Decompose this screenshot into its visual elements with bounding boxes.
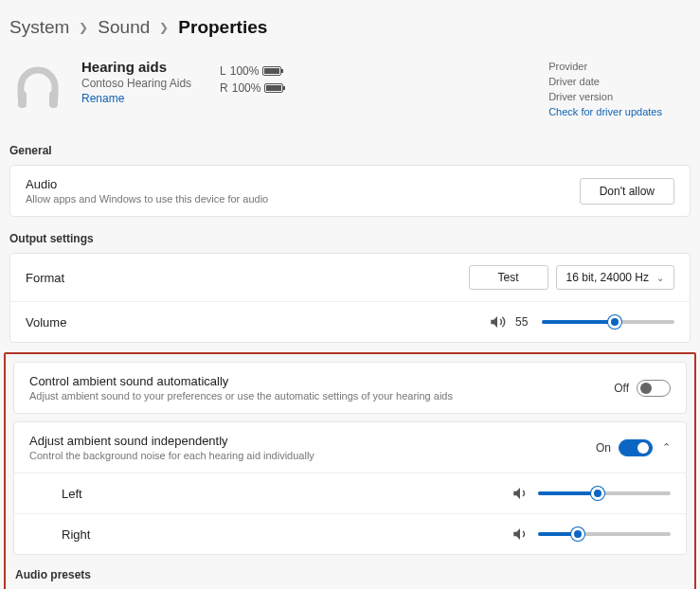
svg-rect-0	[18, 91, 27, 108]
breadcrumb-sound[interactable]: Sound	[98, 17, 150, 38]
ambient-auto-state: Off	[614, 382, 629, 395]
dont-allow-button[interactable]: Don't allow	[580, 178, 674, 205]
highlighted-region: Control ambient sound automatically Adju…	[4, 352, 696, 589]
section-general: General	[0, 138, 700, 165]
svg-rect-1	[49, 91, 58, 108]
breadcrumb-properties: Properties	[178, 17, 267, 38]
ambient-ind-sub: Control the background noise for each he…	[29, 450, 596, 461]
battery-left-pct: 100%	[230, 62, 260, 80]
battery-right-label: R	[220, 80, 228, 97]
battery-icon	[264, 83, 283, 93]
speaker-icon	[512, 526, 529, 543]
ambient-auto-sub: Adjust ambient sound to your preferences…	[29, 390, 614, 402]
audio-title: Audio	[26, 177, 580, 191]
battery-right-pct: 100%	[232, 80, 261, 97]
chevron-right-icon: ❯	[159, 21, 169, 34]
device-header: Hearing aids Contoso Hearing Aids Rename…	[0, 55, 700, 138]
driver-date: Driver date	[548, 74, 662, 89]
test-button[interactable]: Test	[469, 265, 548, 290]
volume-slider[interactable]	[542, 320, 674, 324]
device-subtitle: Contoso Hearing Aids	[81, 77, 191, 90]
driver-version: Driver version	[548, 89, 662, 104]
speaker-icon	[512, 485, 529, 502]
ambient-left-label: Left	[62, 487, 512, 501]
speaker-icon[interactable]	[489, 313, 506, 330]
volume-value: 55	[515, 315, 532, 329]
format-value: 16 bit, 24000 Hz	[566, 271, 649, 284]
chevron-right-icon: ❯	[79, 21, 88, 34]
ambient-ind-toggle[interactable]	[619, 439, 653, 456]
ambient-ind-title: Adjust ambient sound independently	[29, 434, 596, 448]
format-label: Format	[26, 271, 469, 285]
headphones-icon	[9, 59, 66, 116]
battery-left-label: L	[220, 62, 226, 80]
chevron-down-icon: ⌄	[656, 273, 664, 283]
check-driver-updates-link[interactable]: Check for driver updates	[548, 104, 662, 119]
format-select[interactable]: 16 bit, 24000 Hz ⌄	[556, 265, 674, 290]
driver-provider: Provider	[548, 59, 662, 74]
battery-icon	[262, 66, 281, 76]
section-audio-presets: Audio presets	[6, 562, 694, 589]
ambient-auto-title: Control ambient sound automatically	[29, 374, 614, 388]
ambient-ind-state: On	[596, 441, 611, 455]
ambient-left-slider[interactable]	[538, 491, 671, 495]
ambient-right-label: Right	[62, 527, 512, 542]
section-output: Output settings	[0, 226, 700, 253]
breadcrumb: System ❯ Sound ❯ Properties	[0, 0, 700, 55]
breadcrumb-system[interactable]: System	[9, 17, 69, 38]
ambient-right-slider[interactable]	[538, 532, 671, 536]
volume-label: Volume	[26, 315, 489, 330]
audio-subtitle: Allow apps and Windows to use this devic…	[26, 193, 580, 205]
chevron-up-icon[interactable]: ⌃	[662, 441, 671, 454]
ambient-auto-toggle[interactable]	[637, 380, 671, 397]
device-name: Hearing aids	[81, 59, 191, 75]
rename-link[interactable]: Rename	[81, 92, 191, 105]
